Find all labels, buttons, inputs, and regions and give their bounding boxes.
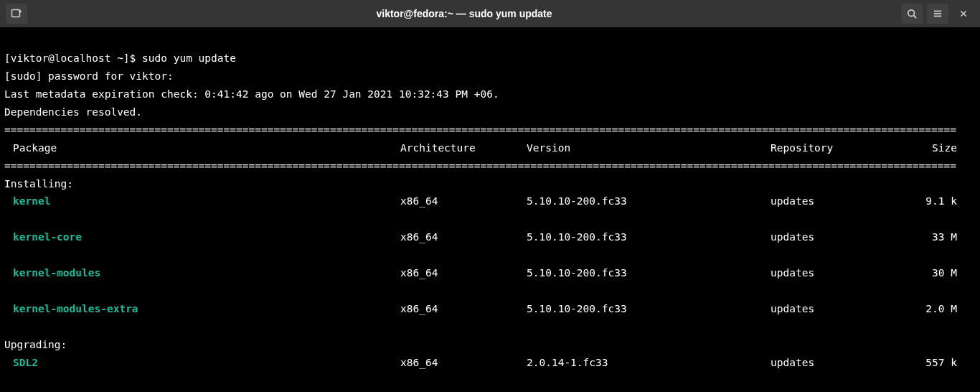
package-version: 2.0.14-1.fc33 [527, 354, 771, 372]
table-row: SDL2x86_642.0.14-1.fc33updates557 k [4, 354, 976, 372]
table-row: kernelx86_645.10.10-200.fc33updates9.1 k [4, 192, 976, 210]
new-tab-button[interactable] [6, 4, 27, 24]
header-version: Version [527, 139, 771, 157]
table-row: kernel-corex86_645.10.10-200.fc33updates… [4, 228, 976, 246]
terminal-output[interactable]: [viktor@localhost ~]$ sudo yum update [s… [0, 27, 980, 392]
package-size: 2.0 M [892, 300, 957, 318]
package-arch: x86_64 [400, 264, 527, 282]
search-button[interactable] [901, 4, 923, 24]
package-repo: updates [771, 192, 892, 210]
header-repository: Repository [771, 139, 892, 157]
package-name: kernel-modules-extra [4, 300, 400, 318]
svg-rect-0 [12, 10, 20, 17]
package-arch: x86_64 [400, 192, 527, 210]
package-size: 33 M [892, 228, 957, 246]
table-header-row: PackageArchitectureVersionRepositorySize [4, 142, 957, 154]
header-package: Package [4, 139, 400, 157]
package-version: 5.10.10-200.fc33 [527, 264, 771, 282]
section-installing: Installing: [4, 178, 73, 190]
svg-line-4 [914, 16, 917, 19]
header-architecture: Architecture [400, 139, 527, 157]
hamburger-icon [933, 9, 943, 19]
sudo-password-line: [sudo] password for viktor: [4, 70, 174, 82]
package-version: 5.10.10-200.fc33 [527, 192, 771, 210]
section-upgrading: Upgrading: [4, 339, 67, 350]
package-size: 30 M [892, 264, 957, 282]
package-repo: updates [771, 228, 892, 246]
package-version: 5.10.10-200.fc33 [527, 228, 771, 246]
prompt-line: [viktor@localhost ~]$ sudo yum update [4, 52, 236, 64]
table-row: kernel-modules-extrax86_645.10.10-200.fc… [4, 300, 976, 318]
metadata-line: Last metadata expiration check: 0:41:42 … [4, 88, 499, 100]
titlebar: viktor@fedora:~ — sudo yum update [0, 0, 980, 27]
terminal-plus-icon [11, 8, 22, 19]
package-name: kernel-core [4, 228, 400, 246]
titlebar-right [901, 4, 974, 24]
deps-resolved-line: Dependencies resolved. [4, 106, 142, 118]
package-name: SDL2 [4, 354, 400, 372]
close-icon [959, 9, 968, 18]
window-title: viktor@fedora:~ — sudo yum update [32, 8, 897, 19]
package-size: 557 k [892, 354, 957, 372]
package-repo: updates [771, 300, 892, 318]
table-row: kernel-modulesx86_645.10.10-200.fc33upda… [4, 264, 976, 282]
divider-top: ========================================… [4, 124, 956, 136]
header-size: Size [892, 139, 957, 157]
svg-point-3 [908, 10, 915, 17]
menu-button[interactable] [927, 4, 948, 24]
divider-bottom: ========================================… [4, 160, 956, 172]
search-icon [907, 9, 917, 19]
package-size: 9.1 k [892, 192, 957, 210]
package-arch: x86_64 [400, 228, 527, 246]
package-repo: updates [771, 354, 892, 372]
package-repo: updates [771, 264, 892, 282]
package-version: 5.10.10-200.fc33 [527, 300, 771, 318]
package-arch: x86_64 [400, 354, 527, 372]
close-button[interactable] [953, 4, 974, 24]
package-arch: x86_64 [400, 300, 527, 318]
package-name: kernel [4, 192, 400, 210]
package-name: kernel-modules [4, 264, 400, 282]
